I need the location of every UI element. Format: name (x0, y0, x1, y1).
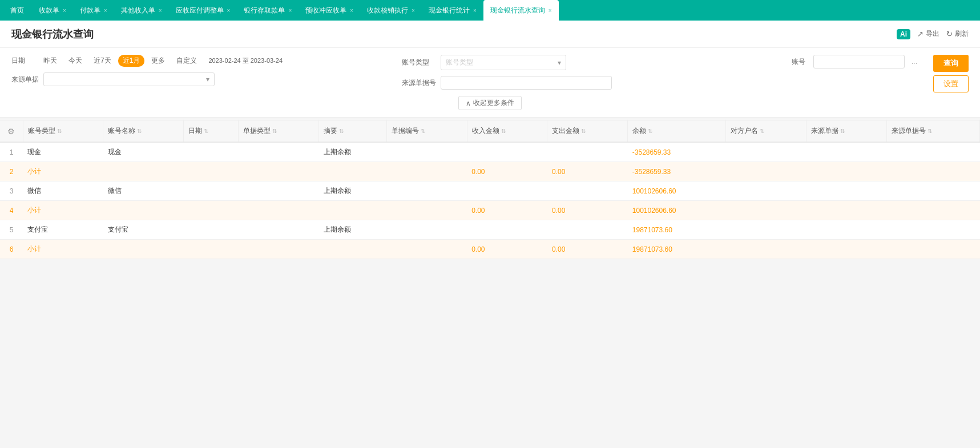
close-icon[interactable]: × (473, 7, 477, 14)
nav-tab-应收应付调整单[interactable]: 应收应付调整单× (169, 0, 237, 21)
cell-num: 1 (0, 142, 23, 162)
date-option-昨天[interactable]: 昨天 (39, 55, 62, 67)
nav-tab-现金银行流水查询[interactable]: 现金银行流水查询× (483, 0, 559, 21)
sort-icon-source_doc[interactable]: ⇅ (840, 128, 845, 134)
close-icon[interactable]: × (227, 7, 231, 14)
sort-icon-summary[interactable]: ⇅ (339, 128, 344, 134)
nav-tab-收款单[interactable]: 收款单× (32, 0, 73, 21)
cell-income: 0.00 (467, 201, 547, 220)
date-option-今天[interactable]: 今天 (64, 55, 87, 67)
cell-account_name (103, 162, 184, 181)
account-input[interactable] (813, 55, 905, 68)
nav-tab-银行存取款单[interactable]: 银行存取款单× (237, 0, 299, 21)
top-navigation: 首页 收款单×付款单×其他收入单×应收应付调整单×银行存取款单×预收冲应收单×收… (0, 0, 980, 21)
data-table: ⚙账号类型⇅账号名称⇅日期⇅单据类型⇅摘要⇅单据编号⇅收入金额⇅支出金额⇅余额⇅… (0, 120, 980, 259)
cell-account_type: 现金 (23, 142, 103, 162)
sort-icon-date[interactable]: ⇅ (204, 128, 208, 134)
export-icon: ↗ (917, 30, 923, 38)
date-option-近7天[interactable]: 近7天 (89, 55, 116, 67)
query-button[interactable]: 查询 (933, 55, 969, 72)
date-label: 日期 (11, 56, 34, 66)
account-dots[interactable]: ... (909, 58, 919, 66)
table-body: 1现金现金上期余额-3528659.332小计0.000.00-3528659.… (0, 142, 980, 259)
collapse-button[interactable]: ∧ 收起更多条件 (458, 96, 522, 110)
close-icon[interactable]: × (288, 7, 292, 14)
nav-tab-其他收入单[interactable]: 其他收入单× (114, 0, 169, 21)
col-header-expense: 支出金额⇅ (547, 120, 628, 143)
cell-doc_no (386, 181, 467, 201)
date-option-更多[interactable]: 更多 (147, 55, 170, 67)
cell-expense (547, 142, 628, 162)
cell-summary: 上期余额 (319, 220, 387, 240)
date-option-近1月[interactable]: 近1月 (118, 55, 145, 67)
cell-summary: 上期余额 (319, 181, 387, 201)
nav-tab-收款核销执行[interactable]: 收款核销执行× (360, 0, 422, 21)
settings-icon[interactable]: ⚙ (7, 127, 15, 136)
cell-account_name: 现金 (103, 142, 184, 162)
table-row: 4小计0.000.00100102606.60 (0, 201, 980, 220)
sort-icon-balance[interactable]: ⇅ (648, 128, 652, 134)
sort-icon-counterparty[interactable]: ⇅ (760, 128, 764, 134)
nav-tab-付款单[interactable]: 付款单× (73, 0, 114, 21)
cell-counterparty (726, 181, 806, 201)
close-icon[interactable]: × (412, 7, 415, 14)
table-row: 3微信微信上期余额100102606.60 (0, 181, 980, 201)
cell-counterparty (726, 142, 806, 162)
sort-icon-doc_type[interactable]: ⇅ (272, 128, 277, 134)
account-type-select[interactable]: 账号类型 ▾ (441, 55, 566, 70)
export-button[interactable]: ↗ 导出 (917, 29, 939, 39)
cell-source_doc (806, 220, 886, 240)
sort-icon-doc_no[interactable]: ⇅ (421, 128, 425, 134)
account-label: 账号 (792, 57, 809, 67)
cell-source_doc (806, 240, 886, 259)
cell-source_doc_no (886, 162, 979, 181)
cell-counterparty (726, 220, 806, 240)
nav-home[interactable]: 首页 (2, 6, 32, 15)
cell-account_name (103, 240, 184, 259)
cell-date (184, 201, 239, 220)
cell-expense: 0.00 (547, 162, 628, 181)
sort-icon-account_type[interactable]: ⇅ (57, 128, 62, 134)
close-icon[interactable]: × (104, 7, 107, 14)
cell-account_type: 微信 (23, 181, 103, 201)
col-header-date: 日期⇅ (184, 120, 239, 143)
nav-tab-现金银行统计[interactable]: 现金银行统计× (422, 0, 483, 21)
cell-source_doc_no (886, 220, 979, 240)
source-doc-select[interactable]: ▾ (43, 72, 215, 86)
cell-doc_no (386, 162, 467, 181)
sort-icon-expense[interactable]: ⇅ (581, 128, 586, 134)
cell-expense: 0.00 (547, 240, 628, 259)
cell-date (184, 220, 239, 240)
cell-source_doc_no (886, 181, 979, 201)
col-header-doc_no: 单据编号⇅ (386, 120, 467, 143)
cell-balance: 19871073.60 (628, 240, 726, 259)
sort-icon-source_doc_no[interactable]: ⇅ (927, 128, 932, 134)
cell-doc_type (239, 240, 319, 259)
col-header-settings: ⚙ (0, 120, 23, 143)
close-icon[interactable]: × (63, 7, 66, 14)
sort-icon-account_name[interactable]: ⇅ (137, 128, 142, 134)
date-option-自定义[interactable]: 自定义 (172, 55, 201, 67)
cell-num: 4 (0, 201, 23, 220)
cell-counterparty (726, 240, 806, 259)
cell-account_type: 小计 (23, 162, 103, 181)
chevron-down-icon: ▾ (206, 75, 209, 83)
refresh-button[interactable]: ↻ 刷新 (946, 29, 969, 39)
nav-tab-预收冲应收单[interactable]: 预收冲应收单× (299, 0, 360, 21)
cell-income (467, 181, 547, 201)
ai-badge[interactable]: Ai (897, 29, 910, 39)
cell-date (184, 142, 239, 162)
close-icon[interactable]: × (549, 7, 552, 14)
source-doc-num-input[interactable] (441, 76, 612, 90)
filter-row-source: 来源单据 ▾ (11, 72, 388, 86)
sort-icon-income[interactable]: ⇅ (501, 128, 506, 134)
settings-button[interactable]: 设置 (933, 75, 969, 92)
cell-num: 2 (0, 162, 23, 181)
cell-expense: 0.00 (547, 201, 628, 220)
cell-num: 5 (0, 220, 23, 240)
cell-source_doc_no (886, 142, 979, 162)
close-icon[interactable]: × (159, 7, 162, 14)
cell-doc_no (386, 240, 467, 259)
close-icon[interactable]: × (350, 7, 353, 14)
cell-counterparty (726, 162, 806, 181)
